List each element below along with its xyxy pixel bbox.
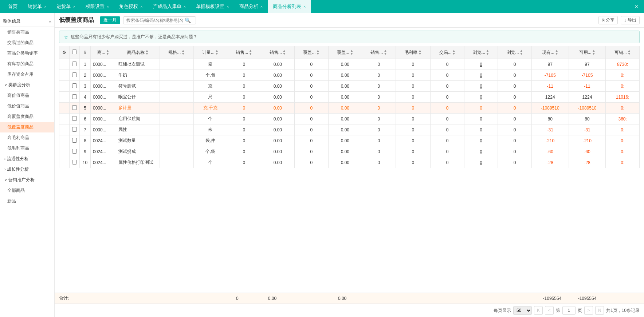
sidebar-item-high-margin[interactable]: 高毛利商品 — [0, 132, 54, 143]
sidebar-item-high-value[interactable]: 高价值商品 — [0, 90, 54, 101]
row-checkbox[interactable] — [72, 138, 77, 143]
nav-item-role[interactable]: 角色授权 × — [114, 0, 148, 13]
th-sales-qty[interactable]: 销售...▲▼ — [227, 46, 261, 59]
nav-close-permission[interactable]: × — [107, 4, 109, 9]
nav-item-product-analysis-list[interactable]: 商品分析列表 × — [268, 0, 311, 13]
row-check[interactable] — [70, 124, 80, 135]
th-spec[interactable]: 规格...▲▼ — [160, 46, 194, 59]
nav-item-product-analysis[interactable]: 商品分析 × — [234, 0, 268, 13]
row-name[interactable]: 牛奶 — [116, 70, 160, 81]
nav-item-template[interactable]: 单据模板设置 × — [191, 0, 234, 13]
nav-item-sales[interactable]: 销货单 × — [23, 0, 51, 13]
filter-recent-month-button[interactable]: 近一月 — [100, 16, 120, 24]
row-browse1[interactable]: 0 — [464, 114, 498, 124]
th-margin[interactable]: 毛利率▲▼ — [396, 46, 431, 59]
row-check[interactable] — [70, 92, 80, 103]
nav-close-product-analysis[interactable]: × — [260, 4, 263, 9]
search-input[interactable] — [126, 18, 185, 23]
row-checkbox[interactable] — [72, 127, 77, 132]
sidebar-item-stock-capital[interactable]: 库存资金占用 — [0, 69, 54, 80]
row-browse1[interactable]: 0 — [464, 59, 498, 70]
sidebar-item-traded-goods[interactable]: 交易过的商品 — [0, 37, 54, 48]
row-name[interactable]: 启用保质期 — [116, 114, 160, 124]
row-checkbox[interactable] — [72, 160, 77, 165]
first-page-button[interactable]: K — [534, 306, 543, 315]
row-check[interactable] — [70, 59, 80, 70]
row-browse1[interactable]: 0 — [464, 157, 498, 168]
sidebar-item-sales-goods[interactable]: 销售类商品 — [0, 27, 54, 37]
sidebar-section-growth[interactable]: › 成长性分析 — [0, 164, 54, 175]
window-close-button[interactable]: × — [632, 3, 641, 10]
row-name[interactable]: 属性 — [116, 124, 160, 135]
th-check[interactable] — [70, 46, 80, 59]
th-name[interactable]: 商品名称▲▼ — [116, 46, 160, 59]
th-cover2[interactable]: 覆盖...▲▼ — [328, 46, 362, 59]
row-browse1[interactable]: 0 — [464, 135, 498, 146]
row-check[interactable] — [70, 103, 80, 114]
th-cover1[interactable]: 覆盖...▲▼ — [295, 46, 329, 59]
th-browse2[interactable]: 浏览...▲▼ — [498, 46, 532, 59]
row-checkbox[interactable] — [72, 149, 77, 154]
row-checkbox[interactable] — [72, 72, 77, 77]
page-number-input[interactable] — [562, 306, 576, 315]
nav-item-purchase[interactable]: 进货单 × — [51, 0, 80, 13]
row-name[interactable]: 旺辅批次测试 — [116, 59, 160, 70]
sidebar-section-circulation[interactable]: › 流通性分析 — [0, 154, 54, 164]
select-all-checkbox[interactable] — [72, 49, 77, 54]
next-page-button[interactable]: > — [584, 306, 593, 315]
sidebar-item-category-sales-rate[interactable]: 商品分类动销率 — [0, 48, 54, 59]
row-check[interactable] — [70, 157, 80, 168]
sidebar-item-low-value[interactable]: 低价值商品 — [0, 101, 54, 111]
sidebar-item-new-goods[interactable]: 新品 — [0, 196, 54, 206]
row-check[interactable] — [70, 135, 80, 146]
sidebar-item-all-goods[interactable]: 全部商品 — [0, 185, 54, 196]
search-icon[interactable]: 🔍 — [185, 17, 191, 23]
row-browse1[interactable]: 0 — [464, 81, 498, 92]
row-check[interactable] — [70, 70, 80, 81]
row-checkbox[interactable] — [72, 105, 77, 110]
row-name[interactable]: 眠宝公仔 — [116, 92, 160, 103]
nav-close-product-inbound[interactable]: × — [184, 4, 186, 9]
row-name[interactable]: 测试数量 — [116, 135, 160, 146]
row-browse1[interactable]: 0 — [464, 146, 498, 157]
share-button[interactable]: ⎘ 分享 — [598, 16, 618, 24]
row-check[interactable] — [70, 81, 80, 92]
th-trade[interactable]: 交易...▲▼ — [431, 46, 464, 59]
row-browse1[interactable]: 0 — [464, 70, 498, 81]
row-check[interactable] — [70, 146, 80, 157]
row-name[interactable]: 多计量 — [116, 103, 160, 114]
per-page-select[interactable]: 50 100 200 — [513, 306, 532, 315]
row-checkbox[interactable] — [72, 116, 77, 121]
row-checkbox[interactable] — [72, 94, 77, 99]
row-browse1[interactable]: 0 — [464, 92, 498, 103]
sidebar-section-category[interactable]: ∨ 类群度分析 — [0, 80, 54, 90]
th-sales3[interactable]: 销售...▲▼ — [362, 46, 396, 59]
sidebar-item-stocked-goods[interactable]: 有库存的商品 — [0, 59, 54, 69]
sidebar-item-low-margin[interactable]: 低毛利商品 — [0, 143, 54, 154]
th-code[interactable]: 商...▲▼ — [91, 46, 116, 59]
th-unit[interactable]: 计量...▲▼ — [193, 46, 227, 59]
nav-item-product-inbound[interactable]: 产成品入库单 × — [148, 0, 191, 13]
row-check[interactable] — [70, 114, 80, 124]
table-container[interactable]: ⚙ # 商...▲▼ 商品名称▲▼ 规格...▲▼ 计量...▲▼ 销售...▲… — [55, 46, 644, 293]
th-sales-amt[interactable]: 销售...▲▼ — [261, 46, 295, 59]
sidebar-item-high-coverage[interactable]: 高覆盖度商品 — [0, 111, 54, 122]
row-name[interactable]: 符号测试 — [116, 81, 160, 92]
nav-close-template[interactable]: × — [227, 4, 229, 9]
row-checkbox[interactable] — [72, 83, 77, 88]
th-settings[interactable]: ⚙ — [59, 46, 70, 59]
nav-close-product-analysis-list[interactable]: × — [303, 4, 306, 9]
nav-close-sales[interactable]: × — [44, 4, 46, 9]
row-checkbox[interactable] — [72, 62, 77, 66]
nav-close-role[interactable]: × — [140, 4, 142, 9]
row-name[interactable]: 属性价格打印测试 — [116, 157, 160, 168]
th-current[interactable]: 现有...▲▼ — [531, 46, 569, 59]
nav-close-purchase[interactable]: × — [73, 4, 75, 9]
sidebar-top-section[interactable]: 整体信息 « — [0, 16, 54, 27]
nav-item-permission[interactable]: 权限设置 × — [80, 0, 114, 13]
th-sellable[interactable]: 可销...▲▼ — [606, 46, 640, 59]
export-button[interactable]: ↓ 导出 — [621, 16, 640, 24]
sidebar-collapse-icon[interactable]: « — [49, 19, 51, 24]
prev-page-button[interactable]: < — [545, 306, 554, 315]
nav-item-home[interactable]: 首页 — [3, 0, 23, 13]
